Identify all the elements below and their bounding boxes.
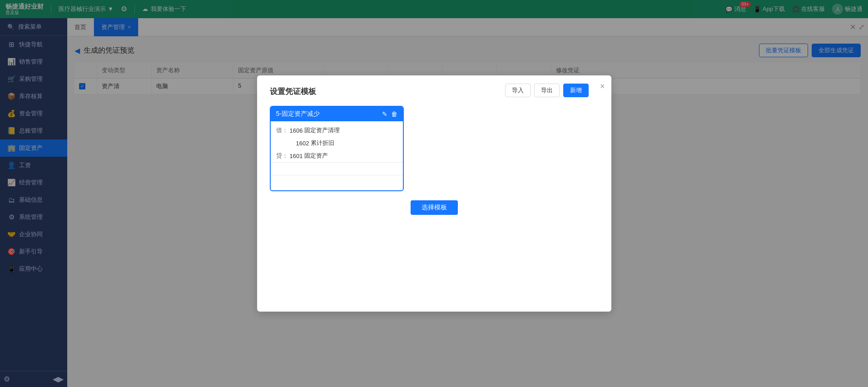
template-debit-row-1: 借： 1606 固定资产清理 bbox=[271, 124, 403, 137]
template-title: 5-固定资产减少 bbox=[276, 110, 320, 118]
dialog-action-buttons: 导入 导出 新增 bbox=[505, 84, 589, 97]
template-delete-icon[interactable]: 🗑 bbox=[391, 110, 397, 118]
choose-template-button[interactable]: 选择模板 bbox=[411, 200, 458, 215]
template-card: 5-固定资产减少 ✎ 🗑 借： 1606 固定资产清理 1602 累计折旧 贷： bbox=[270, 106, 404, 191]
import-button[interactable]: 导入 bbox=[505, 84, 531, 97]
template-empty-row-1 bbox=[271, 162, 403, 175]
new-button[interactable]: 新增 bbox=[563, 84, 589, 97]
dialog-overlay: 设置凭证模板 × 导入 导出 新增 5-固定资产减少 ✎ 🗑 借： 1606 固… bbox=[0, 0, 868, 387]
dialog: 设置凭证模板 × 导入 导出 新增 5-固定资产减少 ✎ 🗑 借： 1606 固… bbox=[257, 75, 611, 312]
template-debit-row-2: 1602 累计折旧 bbox=[271, 137, 403, 149]
template-empty-row-2 bbox=[271, 175, 403, 188]
template-edit-icon[interactable]: ✎ bbox=[382, 110, 387, 118]
template-card-header: 5-固定资产减少 ✎ 🗑 bbox=[271, 107, 403, 121]
template-credit-row-1: 贷： 1601 固定资产 bbox=[271, 149, 403, 162]
export-button[interactable]: 导出 bbox=[534, 84, 560, 97]
template-body: 借： 1606 固定资产清理 1602 累计折旧 贷： 1601 固定资产 bbox=[271, 121, 403, 190]
dialog-close-button[interactable]: × bbox=[600, 82, 605, 91]
template-header-actions: ✎ 🗑 bbox=[382, 110, 397, 118]
